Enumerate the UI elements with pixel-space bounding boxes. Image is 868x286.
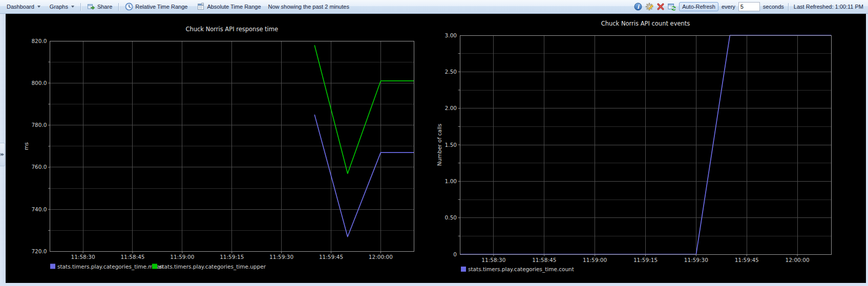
info-icon: i [634, 3, 642, 11]
x-tick-label: 11:59:30 [684, 257, 708, 263]
graphs-menu-button[interactable]: Graphs [47, 2, 77, 11]
legend-swatch [461, 267, 466, 272]
chart-count-events[interactable]: 11:58:3011:58:4511:59:0011:59:1511:59:30… [436, 20, 831, 273]
y-tick-label: 2.00 [445, 105, 457, 111]
relative-time-range-label: Relative Time Range [135, 4, 187, 10]
dashboard-menu-button[interactable]: Dashboard [4, 2, 44, 11]
toolbar-separator [118, 3, 119, 11]
last-refreshed-text: Last Refreshed: 1:00:11 PM [792, 4, 865, 10]
close-icon [657, 3, 665, 11]
refresh-button[interactable] [666, 2, 678, 12]
series-line [314, 115, 414, 237]
x-tick-label: 11:58:45 [120, 254, 144, 260]
y-tick-label: 800.0 [31, 80, 47, 86]
chart-response-time[interactable]: 11:58:3011:58:4511:59:0011:59:1511:59:30… [23, 26, 414, 270]
toolbar-separator [788, 3, 789, 11]
info-button[interactable]: i [632, 2, 644, 12]
chart-title: Chuck Norris API count events [601, 20, 690, 27]
x-tick-label: 11:59:15 [220, 254, 244, 260]
y-tick-label: 1.00 [445, 178, 457, 184]
y-tick-label: 740.0 [31, 206, 47, 212]
dashboard-menu-label: Dashboard [7, 4, 34, 10]
y-tick-label: 0 [453, 251, 457, 257]
x-tick-label: 11:59:15 [633, 257, 658, 263]
toolbar-separator [80, 3, 81, 11]
y-axis-label: Number of calls [436, 124, 442, 166]
auto-refresh-label: Auto-Refresh [682, 4, 715, 10]
remove-button[interactable] [655, 2, 666, 12]
collapsed-panel-strip [0, 14, 6, 283]
expand-panel-handle[interactable] [0, 143, 5, 166]
x-tick-label: 11:59:00 [583, 257, 607, 263]
x-tick-label: 11:59:30 [269, 254, 293, 260]
legend-label: stats.timers.play.categories_time.upper [159, 263, 266, 270]
x-tick-label: 12:00:00 [369, 254, 393, 260]
x-tick-label: 11:58:30 [481, 257, 505, 263]
dashboard-canvas: 11:58:3011:58:4511:59:0011:59:1511:59:30… [6, 14, 866, 283]
auto-refresh-toggle[interactable]: Auto-Refresh [679, 2, 718, 11]
y-tick-label: 0.50 [445, 214, 457, 221]
refresh-interval-input[interactable] [738, 2, 760, 11]
chevron-down-icon [71, 6, 74, 8]
time-range-status-text: Now showing the past 2 minutes [266, 4, 351, 10]
legend-label: stats.timers.play.categories_time.count [468, 266, 574, 273]
clock-icon [125, 3, 133, 11]
share-icon [87, 3, 95, 11]
y-tick-label: 780.0 [31, 122, 47, 128]
y-tick-label: 2.50 [445, 69, 457, 75]
seconds-label: seconds [762, 4, 785, 10]
legend-label: stats.timers.play.categories_time.mean [57, 263, 163, 270]
legend-swatch [50, 264, 55, 269]
calendar-icon [197, 3, 205, 11]
x-tick-label: 11:59:45 [735, 257, 759, 263]
share-label: Share [97, 4, 112, 10]
series-line [314, 45, 414, 173]
absolute-time-range-button[interactable]: Absolute Time Range [194, 1, 264, 12]
x-tick-label: 11:58:45 [532, 257, 556, 263]
x-tick-label: 11:59:00 [170, 254, 194, 260]
x-tick-label: 11:59:45 [319, 254, 343, 260]
legend-swatch [152, 264, 157, 269]
double-chevron-right-icon [2, 153, 4, 156]
y-axis-label: ms [23, 142, 29, 150]
chart-title: Chuck Norris API response time [185, 26, 278, 33]
y-tick-label: 760.0 [31, 164, 47, 170]
chevron-down-icon [37, 6, 40, 8]
relative-time-range-button[interactable]: Relative Time Range [122, 1, 190, 12]
y-tick-label: 820.0 [31, 38, 47, 44]
graphs-area: 11:58:3011:58:4511:59:0011:59:1511:59:30… [6, 14, 866, 283]
y-tick-label: 3.00 [445, 32, 457, 38]
dashboard-toolbar: Dashboard Graphs Share Relativ [0, 0, 868, 14]
x-tick-label: 11:58:30 [71, 254, 95, 260]
every-label: every [721, 4, 736, 10]
y-tick-label: 720.0 [31, 248, 47, 254]
x-tick-label: 12:00:00 [786, 257, 810, 263]
graphs-menu-label: Graphs [50, 4, 68, 10]
refresh-table-icon [668, 3, 676, 11]
absolute-time-range-label: Absolute Time Range [207, 4, 261, 10]
gear-icon [645, 3, 653, 11]
share-button[interactable]: Share [84, 1, 115, 12]
settings-button[interactable] [644, 2, 655, 12]
y-tick-label: 1.50 [445, 142, 457, 148]
